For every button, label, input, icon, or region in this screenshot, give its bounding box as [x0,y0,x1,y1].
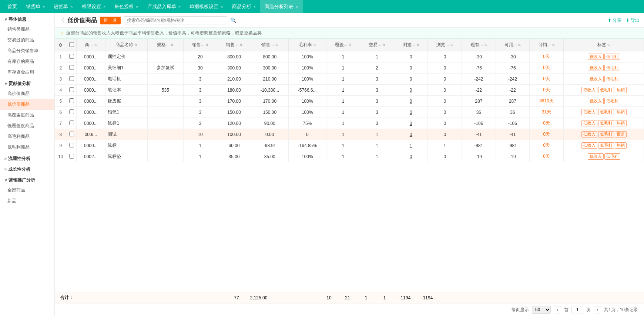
close-tab-icon[interactable]: × [254,4,256,9]
col-header-spec[interactable]: 规格... ⇅ [147,39,183,51]
row-checkbox[interactable] [69,132,74,136]
nav-item-首页[interactable]: 首页 [3,0,21,13]
row-browse1[interactable]: 0 [394,107,428,118]
nav-item-进货单[interactable]: 进货单× [49,0,77,13]
row-browse1[interactable]: 0 [394,51,428,62]
row-browse1[interactable]: 0 [394,74,428,85]
row-saleable-days: 0天 [530,151,564,162]
nav-item-销货单[interactable]: 销货单× [21,0,49,13]
row-stock: -106 [462,118,496,129]
sidebar-group-营销推广分析[interactable]: ∨营销推广分析 [0,174,54,185]
nav-item-权限设置[interactable]: 权限设置× [77,0,110,13]
row-checkbox-cell[interactable] [67,85,76,96]
page-size-select[interactable]: 50 100 [532,306,551,314]
col-header-avail[interactable]: 可用... ⇅ [496,39,530,51]
row-browse1[interactable]: 0 [394,129,428,140]
close-tab-icon[interactable]: × [178,4,181,9]
select-all-checkbox[interactable] [69,42,74,47]
tag-低收入: 低收入 [588,98,604,104]
nav-item-商品分析列表[interactable]: 商品分析列表× [260,0,302,13]
close-tab-icon[interactable]: × [296,4,298,9]
row-checkbox-cell[interactable] [67,129,76,140]
row-browse1[interactable]: 0 [394,118,428,129]
col-header-tags[interactable]: 标签 ⇅ [563,39,644,51]
row-checkbox[interactable] [69,154,74,159]
col-header-stock1[interactable]: 现有... ⇅ [462,39,496,51]
close-tab-icon[interactable]: × [70,4,73,9]
nav-item-产成品入库单[interactable]: 产成品入库单× [143,0,185,13]
col-header-settings[interactable]: ⚙ [55,39,67,51]
nav-item-商品分析[interactable]: 商品分析× [228,0,260,13]
row-checkbox[interactable] [69,76,74,81]
row-checkbox-cell[interactable] [67,140,76,151]
sidebar-item-有库存的商品[interactable]: 有库存的商品 [0,56,54,67]
col-header-checkbox[interactable] [67,39,76,51]
table-container[interactable]: ⚙商... ⇅ 商品名称 ⇅ 规格... ⇅ 销售... ⇅ 销售... ⇅ 销… [55,39,644,292]
tag-低收入: 低收入 [581,120,597,126]
col-header-sales_qty[interactable]: 销售... ⇅ [183,39,217,51]
collapse-sidebar-button[interactable]: 《 [59,17,64,24]
col-header-browse1[interactable]: 浏览... ⇅ [394,39,428,51]
sidebar-item-交易过的商品[interactable]: 交易过的商品 [0,35,54,45]
row-checkbox-cell[interactable] [67,51,76,62]
col-header-code[interactable]: 商... ⇅ [76,39,105,51]
nav-item-单据模板设置[interactable]: 单据模板设置× [185,0,227,13]
sidebar-item-高覆盖度商品[interactable]: 高覆盖度商品 [0,110,54,120]
export-button[interactable]: ⬇ 导出 [626,17,640,24]
row-browse1[interactable]: 0 [394,151,428,162]
col-header-gross_rate[interactable]: 毛利率 ⇅ [288,39,326,51]
row-browse1[interactable]: 1 [394,140,428,151]
search-input[interactable] [124,16,227,24]
row-checkbox[interactable] [69,120,74,125]
col-header-cover[interactable]: 覆盖... ⇅ [326,39,360,51]
row-checkbox[interactable] [69,109,74,114]
close-tab-icon[interactable]: × [221,4,223,9]
close-tab-icon[interactable]: × [136,4,138,9]
page-number-input[interactable] [571,306,583,313]
search-icon[interactable]: 🔍 [230,17,237,23]
share-button[interactable]: ⬆ 分享 [608,17,621,24]
row-checkbox[interactable] [69,98,74,103]
sidebar-item-低毛利商品[interactable]: 低毛利商品 [0,142,54,153]
col-header-name[interactable]: 商品名称 ⇅ [105,39,148,51]
close-tab-icon[interactable]: × [103,4,105,9]
sidebar-item-低价值商品[interactable]: 低价值商品 [0,99,54,110]
row-checkbox[interactable] [69,143,74,147]
nav-item-角色授权[interactable]: 角色授权× [110,0,142,13]
next-page-button[interactable]: › [594,306,601,313]
col-header-sales_amt2[interactable]: 销售... ⇅ [251,39,288,51]
row-browse1[interactable]: 0 [394,85,428,96]
col-header-trade[interactable]: 交易... ⇅ [360,39,394,51]
row-stock: -22 [462,85,496,96]
row-checkbox-cell[interactable] [67,118,76,129]
sidebar-item-库存资金占用[interactable]: 库存资金占用 [0,67,54,78]
col-header-sales_amt1[interactable]: 销售... ⇅ [217,39,251,51]
row-checkbox-cell[interactable] [67,151,76,162]
close-tab-icon[interactable]: × [43,4,45,9]
sidebar-item-低覆盖度商品[interactable]: 低覆盖度商品 [0,120,54,131]
row-gross-rate: 100% [288,74,326,85]
row-checkbox-cell[interactable] [67,107,76,118]
row-browse1[interactable]: 0 [394,96,428,107]
sidebar-item-高价值商品[interactable]: 高价值商品 [0,88,54,99]
row-checkbox-cell[interactable] [67,96,76,107]
filter-button[interactable]: 近一月 [100,17,121,24]
sidebar-group-贡献值分析[interactable]: ∨贡献值分析 [0,78,54,88]
sidebar-group-流通性分析[interactable]: >流通性分析 [0,153,54,163]
sidebar-item-新品[interactable]: 新品 [0,196,54,206]
col-header-saleable[interactable]: 可销... ⇅ [530,39,564,51]
sidebar-group-成长性分析[interactable]: >成长性分析 [0,163,54,174]
sidebar-item-销售类商品[interactable]: 销售类商品 [0,24,54,35]
row-checkbox[interactable] [69,54,74,59]
prev-page-button[interactable]: ‹ [554,306,561,313]
sidebar-item-全部商品[interactable]: 全部商品 [0,185,54,196]
row-checkbox[interactable] [69,87,74,92]
sidebar-group-整体信息[interactable]: ∨整体信息 [0,13,54,24]
sidebar-item-高毛利商品[interactable]: 高毛利商品 [0,131,54,142]
row-browse1[interactable]: 0 [394,62,428,74]
row-checkbox-cell[interactable] [67,62,76,74]
sidebar-item-商品分类销售率[interactable]: 商品分类销售率 [0,45,54,56]
col-header-browse2[interactable]: 浏览... ⇅ [428,39,462,51]
row-checkbox[interactable] [69,65,74,70]
row-checkbox-cell[interactable] [67,74,76,85]
